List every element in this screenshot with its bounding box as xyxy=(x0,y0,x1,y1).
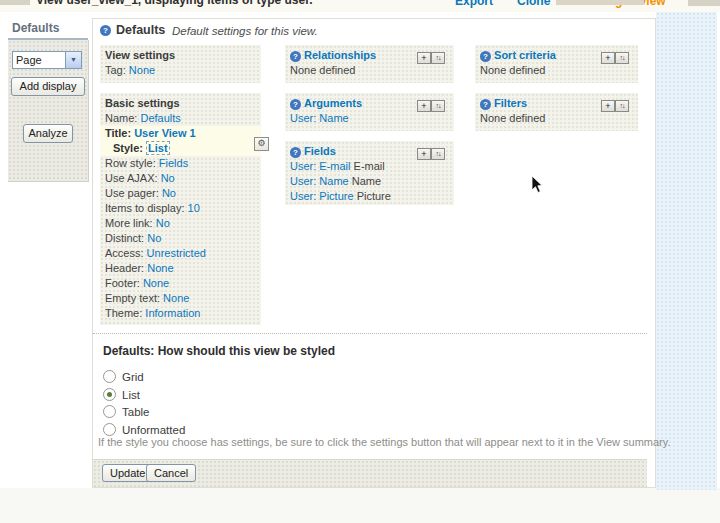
rearrange-icon[interactable]: ↑↓ xyxy=(431,52,445,64)
basic-settings-title: Basic settings xyxy=(105,96,256,111)
setting-label: Style: xyxy=(113,142,143,154)
setting-label: Row style: xyxy=(105,157,156,169)
filters-title-link[interactable]: Filters xyxy=(494,97,527,109)
radio-option-table[interactable]: Table xyxy=(103,405,150,419)
style-settings-gear-button[interactable]: ⚙ xyxy=(254,137,269,151)
page-background-band xyxy=(656,12,717,490)
field-item: User: Picture Picture xyxy=(290,189,449,204)
chevron-down-icon[interactable]: ▼ xyxy=(65,52,81,68)
setting-value-link[interactable]: None xyxy=(143,277,169,289)
rearrange-icon[interactable]: ↑↓ xyxy=(615,52,629,64)
setting-row-changed: Title: User View 1 xyxy=(100,126,261,141)
radio-icon[interactable] xyxy=(103,405,116,418)
add-icon[interactable]: + xyxy=(601,100,615,112)
export-link[interactable]: Export xyxy=(455,0,493,8)
setting-value-link[interactable]: List xyxy=(146,141,170,155)
field-link[interactable]: User: E-mail xyxy=(290,160,351,172)
page-background-bottom xyxy=(0,488,720,523)
tag-value-link[interactable]: None xyxy=(129,64,155,76)
help-icon[interactable]: ? xyxy=(290,99,301,110)
analyze-button[interactable]: Analyze xyxy=(23,124,73,143)
setting-value-link[interactable]: User View 1 xyxy=(134,127,196,139)
browser-chrome-fragment xyxy=(688,0,720,6)
add-icon[interactable]: + xyxy=(417,52,431,64)
basic-settings-panel: Basic settings Name: Defaults Title: Use… xyxy=(100,93,261,325)
rearrange-icon[interactable]: ↑↓ xyxy=(431,100,445,112)
setting-value-link[interactable]: Unrestricted xyxy=(147,247,206,259)
setting-value-link[interactable]: 10 xyxy=(188,202,200,214)
setting-row: Name: Defaults xyxy=(105,111,256,126)
radio-icon[interactable] xyxy=(103,423,116,436)
setting-label: More link: xyxy=(105,217,153,229)
setting-value-link[interactable]: No xyxy=(162,187,176,199)
mouse-cursor xyxy=(531,175,543,194)
relationships-panel: ? Relationships +↑↓ None defined xyxy=(285,45,454,83)
setting-value-link[interactable]: None xyxy=(163,292,189,304)
add-icon[interactable]: + xyxy=(601,52,615,64)
setting-row: More link: No xyxy=(105,216,256,231)
rearrange-icon[interactable]: ↑↓ xyxy=(431,148,445,160)
field-link[interactable]: User: Name xyxy=(290,175,349,187)
display-heading: Defaults xyxy=(116,23,165,37)
view-title: View user_view_1, displaying items of ty… xyxy=(36,0,313,7)
setting-row: Use AJAX: No xyxy=(105,171,256,186)
setting-row: Empty text: None xyxy=(105,291,256,306)
setting-label: Header: xyxy=(105,262,144,274)
filters-panel: ? Filters +↑↓ None defined xyxy=(475,93,638,131)
setting-label: Theme: xyxy=(105,307,142,319)
setting-value-link[interactable]: None xyxy=(147,262,173,274)
field-link[interactable]: User: Picture xyxy=(290,190,354,202)
help-icon[interactable]: ? xyxy=(100,25,111,36)
add-icon[interactable]: + xyxy=(417,100,431,112)
setting-label: Name: xyxy=(105,112,137,124)
radio-option-list[interactable]: List xyxy=(103,388,140,402)
help-icon[interactable]: ? xyxy=(290,147,301,158)
setting-value-link[interactable]: Information xyxy=(145,307,200,319)
field-suffix: Picture xyxy=(357,190,391,202)
relationships-title-link[interactable]: Relationships xyxy=(304,49,376,61)
style-form-description: If the style you choose has settings, be… xyxy=(98,436,650,448)
sort-criteria-panel: ? Sort criteria +↑↓ None defined xyxy=(475,45,638,83)
display-type-select[interactable]: Page ▼ xyxy=(12,51,82,69)
sort-criteria-title-link[interactable]: Sort criteria xyxy=(494,49,556,61)
help-icon[interactable]: ? xyxy=(480,51,491,62)
argument-link[interactable]: User: Name xyxy=(290,112,349,124)
display-subtitle: Default settings for this view. xyxy=(172,25,318,37)
fields-panel: ? Fields +↑↓ User: E-mail E-mail User: N… xyxy=(285,141,454,205)
arguments-panel: ? Arguments +↑↓ User: Name xyxy=(285,93,454,131)
setting-value-link[interactable]: No xyxy=(147,232,161,244)
radio-option-grid[interactable]: Grid xyxy=(103,370,144,384)
setting-row: Theme: Information xyxy=(105,306,256,321)
add-display-button[interactable]: Add display xyxy=(11,77,85,96)
setting-row: Items to display: 10 xyxy=(105,201,256,216)
radio-label: List xyxy=(122,389,140,401)
setting-value-link[interactable]: No xyxy=(161,172,175,184)
setting-label: Access: xyxy=(105,247,144,259)
add-icon[interactable]: + xyxy=(417,148,431,160)
field-suffix: E-mail xyxy=(354,160,385,172)
setting-row: Access: Unrestricted xyxy=(105,246,256,261)
view-settings-title: View settings xyxy=(105,48,256,63)
radio-selected-icon[interactable] xyxy=(103,388,116,401)
cancel-button[interactable]: Cancel xyxy=(146,464,196,482)
setting-row: Header: None xyxy=(105,261,256,276)
setting-label: Items to display: xyxy=(105,202,184,214)
browser-chrome-fragment xyxy=(0,0,30,5)
clone-link[interactable]: Clone xyxy=(517,0,550,8)
radio-icon[interactable] xyxy=(103,370,116,383)
fields-title-link[interactable]: Fields xyxy=(304,145,336,157)
help-icon[interactable]: ? xyxy=(290,51,301,62)
rearrange-icon[interactable]: ↑↓ xyxy=(615,100,629,112)
help-icon[interactable]: ? xyxy=(480,99,491,110)
arguments-title-link[interactable]: Arguments xyxy=(304,97,362,109)
form-separator xyxy=(93,333,647,334)
setting-label: Empty text: xyxy=(105,292,160,304)
setting-value-link[interactable]: No xyxy=(156,217,170,229)
setting-value-link[interactable]: Fields xyxy=(159,157,188,169)
setting-row: Footer: None xyxy=(105,276,256,291)
field-item: User: Name Name xyxy=(290,174,449,189)
setting-value-link[interactable]: Defaults xyxy=(140,112,180,124)
radio-option-unformatted[interactable]: Unformatted xyxy=(103,423,185,437)
tab-defaults[interactable]: Defaults xyxy=(12,21,59,35)
view-settings-panel: View settings Tag: None xyxy=(100,45,261,83)
